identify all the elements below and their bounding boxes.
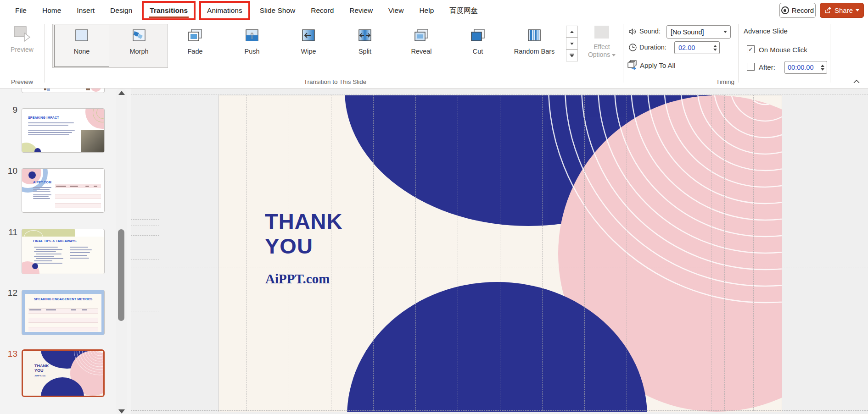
group-separator [44, 24, 45, 83]
transition-morph-icon [130, 28, 148, 44]
gridline [542, 95, 543, 411]
sound-dropdown[interactable]: [No Sound] [666, 25, 731, 39]
transition-split[interactable]: Split [337, 25, 392, 67]
after-time-spinner[interactable] [821, 65, 824, 71]
duration-spinner[interactable] [713, 45, 717, 51]
scrollbar-thumb[interactable] [118, 229, 124, 321]
slide-editing-canvas[interactable]: THANK YOU AiPPT.com [131, 88, 868, 414]
thumb-title: FINAL TIPS & TAKEAWAYS [33, 239, 77, 243]
menu-view[interactable]: View [381, 0, 411, 21]
gridline [373, 95, 374, 411]
gallery-scroll-down-button[interactable] [566, 38, 578, 50]
gridline [753, 95, 754, 411]
menu-record[interactable]: Record [303, 0, 342, 21]
advance-slide-label: Advance Slide [744, 27, 788, 35]
gallery-more-button[interactable] [566, 50, 578, 61]
transition-reveal[interactable]: Reveal [394, 25, 449, 67]
decor-blue-dot [32, 263, 38, 269]
thumb-13-title: THANK YOU [34, 364, 49, 373]
transition-fade[interactable]: Fade [168, 25, 223, 67]
transition-morph[interactable]: Morph [112, 25, 167, 67]
transition-label: Fade [187, 48, 202, 55]
menu-home[interactable]: Home [34, 0, 69, 21]
powerpoint-window: File Home Insert Design Transitions Anim… [0, 0, 868, 414]
preview-icon [12, 25, 32, 43]
menu-design[interactable]: Design [102, 0, 140, 21]
duration-label: Duration: [639, 44, 666, 51]
after-checkbox[interactable] [747, 63, 755, 71]
gridline [131, 410, 868, 411]
gridline [246, 95, 247, 411]
transition-label: Morph [129, 48, 148, 55]
slide-thumbnail-9[interactable]: SPEAKING IMPACT [22, 108, 105, 153]
sound-icon [628, 27, 637, 36]
slide-number: 9 [1, 105, 17, 115]
transition-random-bars[interactable]: Random Bars [507, 25, 562, 67]
thumb-13-art [23, 351, 103, 396]
thumb-title: SPEAKING ENGAGEMENT METRICS [22, 298, 104, 301]
after-time-input[interactable]: 00:00.00 [784, 61, 827, 74]
on-mouse-click-checkbox[interactable]: ✓ [747, 45, 755, 53]
share-button[interactable]: Share [820, 3, 864, 18]
transition-split-icon [356, 28, 374, 44]
apply-to-all-button[interactable]: Apply To All [640, 61, 675, 69]
duration-value: 02.00 [678, 44, 695, 51]
slide-thumbnail-13-selected[interactable]: THANK YOU AiPPT.com [22, 349, 105, 397]
gridline [500, 95, 500, 411]
menu-transitions[interactable]: Transitions [142, 1, 196, 20]
menu-transitions-label: Transitions [150, 6, 188, 14]
transition-reveal-icon [412, 28, 431, 44]
transition-wipe-icon [299, 28, 318, 44]
decor-blue-dot [34, 148, 41, 153]
share-icon [824, 7, 832, 14]
duration-input[interactable]: 02.00 [674, 41, 720, 54]
menu-animations[interactable]: Animations [199, 1, 250, 20]
scrollbar-up-arrow[interactable] [118, 91, 125, 95]
apply-to-all-icon [627, 60, 638, 70]
transition-label: Random Bars [514, 48, 555, 55]
menu-insert[interactable]: Insert [69, 0, 102, 21]
transition-push[interactable]: Push [224, 25, 280, 67]
collapse-ribbon-icon[interactable] [853, 79, 860, 84]
chevron-down-icon [856, 9, 859, 11]
gridline [289, 95, 289, 411]
record-button[interactable]: Record [779, 3, 816, 18]
gridline [669, 95, 669, 411]
slide-thumbnail-10[interactable]: AIPPT.COM [22, 168, 105, 213]
menu-help[interactable]: Help [411, 0, 442, 21]
gridline [627, 95, 627, 411]
slide-thumbnail-8-partial[interactable] [22, 88, 105, 93]
gridline [131, 219, 159, 220]
slide-subtitle-textbox[interactable]: AiPPT.com [265, 271, 330, 287]
slide-number: 12 [1, 288, 17, 298]
gridline [711, 95, 711, 411]
group-separator [623, 24, 623, 83]
ribbon-transitions-tab: Preview Preview None Morph [0, 21, 868, 88]
slide-number-selected: 13 [1, 349, 17, 359]
menu-baidu-netdisk[interactable]: 百度网盘 [442, 0, 486, 21]
scrollbar-down-arrow[interactable] [118, 409, 125, 414]
gridline [131, 226, 159, 226]
gridline [458, 95, 458, 411]
transition-label: Split [358, 48, 371, 55]
effect-options-button[interactable]: Effect Options [581, 25, 622, 59]
slide-thumbnail-11[interactable]: FINAL TIPS & TAKEAWAYS [22, 229, 105, 274]
duration-clock-icon [628, 43, 637, 52]
transition-cut[interactable]: Cut [450, 25, 505, 67]
gridline [131, 311, 159, 311]
transition-none[interactable]: None [54, 25, 109, 67]
transition-cut-icon [469, 28, 487, 44]
menu-slide-show[interactable]: Slide Show [252, 0, 303, 21]
menu-file[interactable]: File [7, 0, 34, 21]
slide-thumbnail-12[interactable]: SPEAKING ENGAGEMENT METRICS [22, 290, 105, 335]
transition-none-icon [73, 28, 91, 44]
thumb-13-subtitle: AiPPT.com [34, 375, 45, 377]
slide-13-canvas[interactable]: THANK YOU AiPPT.com [218, 95, 782, 412]
menu-review[interactable]: Review [342, 0, 381, 21]
timing-group-label: Timing [679, 78, 771, 85]
preview-button[interactable]: Preview [6, 25, 38, 53]
transition-wipe[interactable]: Wipe [281, 25, 336, 67]
menu-animations-label: Animations [207, 6, 242, 14]
gridline [131, 267, 868, 267]
gallery-scroll-up-button[interactable] [566, 26, 578, 38]
